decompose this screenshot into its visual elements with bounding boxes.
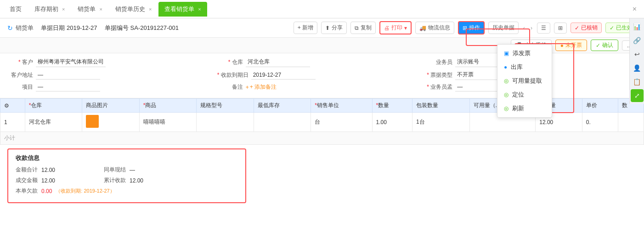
sidebar-link-icon[interactable]: 🔗 — [631, 34, 644, 47]
staff2-label: 业务员孟 — [427, 83, 452, 91]
row-warehouse: 河北仓库 — [25, 113, 82, 132]
history-button[interactable]: 历史单据 — [488, 22, 519, 34]
warehouse-value[interactable]: 河北仓库 — [246, 57, 310, 67]
row-product: 嘻嘻嘻嘻 — [139, 113, 197, 132]
row-img — [82, 113, 140, 132]
available-extract-item[interactable]: ◎ 可用量提取 — [497, 74, 552, 88]
locate-item[interactable]: ◎ 定位 — [497, 88, 552, 102]
refresh-item[interactable]: ◎ 刷新 — [497, 102, 552, 115]
sold-check-icon: ✓ — [575, 25, 579, 31]
operations-dropdown: ▣ 添发票 ● 出库 ◎ 可用量提取 ◎ 定位 ◎ 刷新 — [497, 44, 552, 118]
doc-header: ↻ 销货单 单据日期 2019-12-27 单据编号 SA-20191227-0… — [0, 18, 644, 38]
tab-sales-history-close[interactable]: × — [149, 6, 152, 12]
payment-date-label: 收款到期日 — [217, 71, 249, 79]
settings-icon: ⚙ — [4, 103, 9, 109]
owed-extra: （收款到期: 2019-12-27） — [56, 188, 114, 194]
row-min-stock — [254, 113, 311, 132]
invoice-icon: ● — [560, 42, 564, 49]
nav-prev-button[interactable]: ‹ — [522, 25, 526, 31]
payment-title: 收款信息 — [16, 154, 238, 162]
copy-button[interactable]: ⧉ 复制 — [350, 22, 376, 34]
not-open-button[interactable]: ● 未开票 — [555, 40, 587, 51]
print-button[interactable]: 🖨 打印 ▾ — [379, 21, 412, 34]
th-qty: *数量 — [372, 99, 412, 113]
sidebar-return-icon[interactable]: ↩ — [631, 48, 644, 61]
tab-view-sales[interactable]: 查看销货单 × — [158, 2, 207, 17]
transaction-label: 成交金额 — [16, 177, 38, 184]
cumulative: 累计收款 12.00 — [104, 177, 177, 184]
tab-sales-close[interactable]: × — [99, 6, 102, 12]
th-pack-qty: 包装数量 — [412, 99, 470, 113]
owed: 本单欠款 0.00 （收款到期: 2019-12-27） — [16, 187, 115, 195]
ticket-type-label: 票据类型 — [427, 71, 452, 79]
operation-button[interactable]: ⊞ 操作 — [458, 21, 485, 34]
same-order-value: — — [130, 167, 135, 173]
th-settings[interactable]: ⚙ — [0, 99, 25, 113]
tab-sales[interactable]: 销货单 × — [72, 2, 108, 17]
payment-date-field: 收款到期日 2019-12-27 — [217, 71, 427, 80]
doc-number-label: 单据编号 SA-20191227-001 — [105, 24, 179, 32]
print-icon: 🖨 — [384, 25, 390, 31]
outbound-item[interactable]: ● 出库 — [497, 60, 552, 74]
bottom-section: 收款信息 金额合计 12.00 同单现结 — 成交金额 12.00 — [0, 145, 644, 207]
confirm-button[interactable]: ✓ 确认 — [591, 40, 618, 51]
add-note-button[interactable]: + + 添加备注 — [246, 83, 277, 91]
new-button[interactable]: + 新增 — [294, 22, 317, 34]
row-pack-qty: 1台 — [412, 113, 470, 132]
sidebar-user-icon[interactable]: 👤 — [631, 62, 644, 74]
logistics-button[interactable]: 🚚 物流信息 — [415, 22, 454, 34]
address-field: 客户地址 — — [7, 71, 217, 80]
subtotal-row: 小计 — [0, 132, 644, 145]
view2-button[interactable]: ⊞ — [554, 23, 567, 34]
nav-next-button[interactable]: › — [530, 25, 533, 31]
project-value[interactable]: — — [36, 83, 100, 91]
confirm-icon: ✓ — [596, 42, 600, 49]
share-button[interactable]: ⬆ 分享 — [321, 22, 347, 34]
same-order-label: 同单现结 — [104, 166, 126, 174]
address-label: 客户地址 — [7, 71, 33, 79]
doc-type-label: 销货单 — [16, 24, 34, 32]
payment-row-1: 金额合计 12.00 同单现结 — — [16, 166, 238, 174]
th-price: 单价 — [582, 99, 618, 113]
tab-bar: 首页 库存期初 × 销货单 × 销货单历史 × 查看销货单 × × — [0, 0, 644, 18]
th-warehouse: *仓库 — [25, 99, 82, 113]
window-close-button[interactable]: × — [629, 5, 640, 13]
refresh-icon: ◎ — [504, 105, 508, 112]
print-dropdown-arrow: ▾ — [404, 25, 407, 31]
tab-sales-history[interactable]: 销货单历史 × — [109, 2, 158, 17]
payment-date-value[interactable]: 2019-12-27 — [251, 71, 316, 80]
tab-home[interactable]: 首页 — [4, 2, 28, 17]
project-label: 项目 — [7, 83, 33, 91]
sidebar-doc-icon[interactable]: 📋 — [631, 75, 644, 88]
locate-icon: ◎ — [504, 91, 508, 98]
th-unit: *销售单位 — [311, 99, 372, 113]
outbound-icon: ● — [504, 64, 507, 70]
same-order: 同单现结 — — [104, 166, 177, 174]
product-image — [86, 115, 99, 128]
tab-inventory-close[interactable]: × — [62, 6, 65, 12]
note-label: 备注 — [217, 83, 243, 91]
payment-row-3: 本单欠款 0.00 （收款到期: 2019-12-27） — [16, 187, 238, 195]
add-invoice-icon: ▣ — [504, 50, 509, 57]
staff-label: 业务员 — [427, 58, 452, 66]
tab-view-sales-close[interactable]: × — [198, 6, 201, 12]
subtotal-label: 小计 — [0, 132, 644, 145]
owed-value: 0.00 — [41, 188, 52, 194]
payment-info: 收款信息 金额合计 12.00 同单现结 — 成交金额 12.00 — [7, 148, 246, 203]
sidebar-chart-icon[interactable]: 📊 — [631, 20, 644, 33]
copy-icon: ⧉ — [355, 25, 359, 31]
row-price: 0. — [582, 113, 618, 132]
tab-inventory[interactable]: 库存期初 × — [28, 2, 71, 17]
row-spec — [197, 113, 254, 132]
sidebar-expand-icon[interactable]: ⤢ — [631, 89, 644, 102]
customer-value[interactable]: 柳州粤港平安气体有限公司 — [36, 57, 106, 67]
share-icon: ⬆ — [325, 25, 330, 31]
view1-button[interactable]: ☰ — [537, 23, 550, 34]
row-qty: 1.00 — [372, 113, 412, 132]
address-value[interactable]: — — [36, 71, 100, 80]
cumulative-label: 累计收款 — [104, 177, 126, 184]
effective-check-icon: ✓ — [610, 25, 614, 31]
project-field: 项目 — — [7, 83, 217, 91]
doc-date-label: 单据日期 2019-12-27 — [41, 24, 97, 32]
add-invoice-item[interactable]: ▣ 添发票 — [497, 46, 552, 60]
